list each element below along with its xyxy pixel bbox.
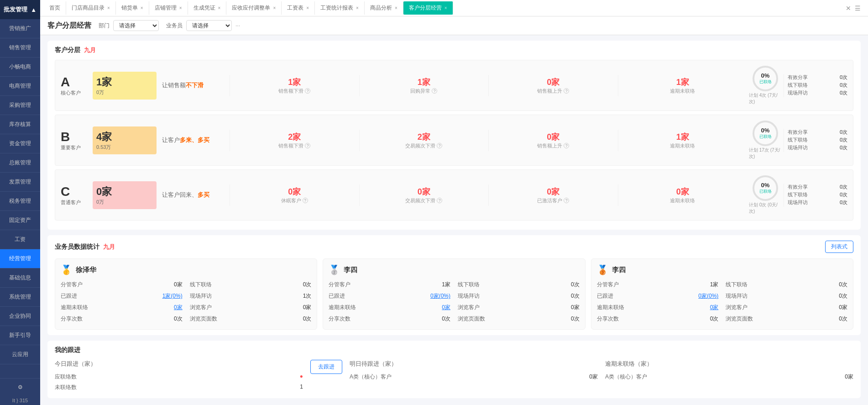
dept-select[interactable]: 请选择 — [113, 20, 159, 31]
sidebar-item-营销推广[interactable]: 营销推广 — [0, 19, 40, 38]
tab-客户分层经营[interactable]: 客户分层经营× — [403, 1, 453, 15]
sidebar-item-云应用[interactable]: 云应用 — [0, 345, 40, 364]
tab-close-工资表[interactable]: × — [306, 5, 309, 11]
staff-stat-row-2-7: 浏览页面数 0次 — [726, 314, 847, 324]
sidebar-item-工资[interactable]: 工资 — [0, 230, 40, 249]
tier-metric4-num-a: 1家 — [622, 77, 744, 88]
circle-plan-c: 计划 0次 (0天/次) — [749, 202, 782, 215]
sidebar-item-固定资产[interactable]: 固定资产 — [0, 211, 40, 230]
tab-menu-icon[interactable]: ☰ — [855, 5, 861, 12]
tab-close-销货单[interactable]: × — [141, 5, 143, 11]
circle-label-a: 已联络 — [759, 79, 772, 85]
right-stat-val-0-a: 0次 — [840, 74, 847, 81]
tab-close-应收应付调整单[interactable]: × — [273, 5, 276, 11]
staff-stat-label-1-2: 已跟进 — [329, 292, 345, 300]
tier-rows: A 核心客户 1家 0万 让销售额不下滑 1家 销售额下滑 ? 1家 回购异常 … — [55, 60, 853, 221]
tab-工资统计报表[interactable]: 工资统计报表× — [315, 1, 365, 15]
right-stat-label-0-b: 有效分享 — [788, 129, 808, 136]
tier-metric2-a[interactable]: 1家 回购异常 ? — [359, 75, 489, 96]
staff-stat-label-1-0: 分管客户 — [329, 281, 350, 289]
staff-stat-val-1-5: 0家 — [571, 304, 580, 311]
tier-metric1-c[interactable]: 0家 休眠客户 ? — [230, 184, 359, 206]
tab-close-生成凭证[interactable]: × — [218, 5, 221, 11]
staff-stat-val-1-2[interactable]: 0家(0%) — [430, 292, 450, 300]
staff-stat-val-0-2[interactable]: 1家(0%) — [162, 292, 183, 300]
sidebar-item-库存核算[interactable]: 库存核算 — [0, 115, 40, 134]
staff-medal-1: 🥈 — [329, 264, 340, 275]
sidebar-item-发票管理[interactable]: 发票管理 — [0, 173, 40, 192]
right-stat-label-0-a: 有效分享 — [788, 74, 808, 81]
tier-label-b: B 重要客户 — [61, 130, 93, 151]
tier-count-c: 0家 0万 — [93, 181, 157, 209]
info-icon-m1-c: ? — [303, 198, 308, 203]
tab-生成凭证[interactable]: 生成凭证× — [188, 1, 227, 15]
overdue-val-1: 0家 — [845, 373, 853, 381]
tab-应收应付调整单[interactable]: 应收应付调整单× — [226, 1, 282, 15]
staff-stat-val-2-2[interactable]: 0家(0%) — [698, 292, 718, 300]
list-view-button[interactable]: 列表式 — [825, 241, 853, 253]
tier-metric4-a[interactable]: 1家 逾期未联络 — [618, 75, 748, 96]
tier-metric3-a[interactable]: 0家 销售额上升 ? — [488, 75, 618, 96]
staff-stat-val-0-4[interactable]: 0家 — [174, 304, 183, 311]
sidebar-item-资金管理[interactable]: 资金管理 — [0, 134, 40, 153]
tier-metric1-a[interactable]: 1家 销售额下滑 ? — [230, 75, 359, 96]
tab-店铺管理[interactable]: 店铺管理× — [149, 1, 188, 15]
tab-close-门店商品目录[interactable]: × — [107, 5, 110, 11]
tab-close-all-icon[interactable]: ✕ — [846, 5, 851, 12]
tier-metric1-b[interactable]: 2家 销售额下滑 ? — [230, 130, 359, 151]
sidebar-header[interactable]: 批发管理 ▲ — [0, 0, 40, 19]
sidebar-item-基础信息[interactable]: 基础信息 — [0, 268, 40, 288]
tier-metric2-label-c: 交易频次下滑 ? — [363, 197, 485, 204]
sidebar-item-销售管理[interactable]: 销售管理 — [0, 38, 40, 58]
sales-select[interactable]: 请选择 — [186, 20, 232, 31]
tab-商品分析[interactable]: 商品分析× — [365, 1, 403, 15]
sidebar-item-采购管理[interactable]: 采购管理 — [0, 96, 40, 115]
info-icon-m3-c: ? — [564, 198, 569, 203]
sidebar-settings[interactable]: ⚙ — [0, 378, 40, 396]
tab-close-工资统计报表[interactable]: × — [356, 5, 359, 11]
tab-门店商品目录[interactable]: 门店商品目录× — [66, 1, 116, 15]
staff-stat-val-1-4[interactable]: 0家 — [442, 304, 450, 311]
goto-followup-button[interactable]: 去跟进 — [310, 360, 342, 374]
staff-stat-val-1-1: 0次 — [571, 281, 580, 289]
tab-销货单[interactable]: 销货单× — [116, 1, 149, 15]
tab-工资表[interactable]: 工资表× — [282, 1, 315, 15]
staff-stat-row-1-4: 逾期未联络 0家 — [329, 303, 450, 312]
today-label-1: 应联络数 — [55, 373, 77, 381]
dept-filter: 部门 请选择 — [99, 20, 159, 31]
sidebar-item-小畅电商[interactable]: 小畅电商 — [0, 58, 40, 77]
sidebar-item-总账管理[interactable]: 总账管理 — [0, 153, 40, 173]
tab-bar-actions: ✕ ☰ — [842, 5, 864, 12]
tier-metric2-c[interactable]: 0家 交易频次下滑 ? — [359, 184, 489, 206]
tier-name-c: 普通客户 — [61, 200, 81, 205]
tier-metric2-b[interactable]: 2家 交易频次下滑 ? — [359, 130, 489, 151]
right-stat-row-0-b: 有效分享 0次 — [788, 129, 847, 136]
sidebar-item-税务管理[interactable]: 税务管理 — [0, 192, 40, 211]
sidebar-item-企业协同[interactable]: 企业协同 — [0, 307, 40, 326]
right-stat-label-2-c: 现场拜访 — [788, 199, 808, 206]
tier-label-c: C 普通客户 — [61, 184, 93, 206]
staff-stat-val-2-4[interactable]: 0家 — [710, 304, 719, 311]
tier-count-content-a: 1家 0万 — [96, 75, 153, 96]
tab-close-商品分析[interactable]: × — [395, 5, 397, 11]
tab-close-店铺管理[interactable]: × — [179, 5, 182, 11]
tier-metric3-label-a: 销售额上升 ? — [492, 88, 614, 95]
staff-name-2: 李四 — [612, 266, 626, 274]
sidebar-item-新手引导[interactable]: 新手引导 — [0, 326, 40, 345]
sidebar-item-经营管理[interactable]: 经营管理 — [0, 249, 40, 268]
right-stat-row-1-b: 线下联络 0次 — [788, 137, 847, 143]
tier-metric3-b[interactable]: 0家 销售额上升 ? — [488, 130, 618, 151]
tier-metric4-b[interactable]: 1家 逾期未联络 — [618, 130, 748, 151]
sidebar-item-系统管理[interactable]: 系统管理 — [0, 288, 40, 307]
circle-b: 0% 已联络 — [753, 121, 778, 146]
tier-metric4-c[interactable]: 0家 逾期未联络 — [618, 184, 748, 206]
circle-pct-c: 0% — [761, 182, 770, 189]
tier-slogan-c: 让客户回来、多买 — [157, 191, 230, 199]
tier-metric3-c[interactable]: 0家 已激活客户 ? — [488, 184, 618, 206]
more-filter-icon[interactable]: ··· — [235, 22, 240, 29]
tab-close-客户分层经营[interactable]: × — [444, 5, 447, 11]
tab-首页[interactable]: 首页 — [44, 1, 66, 15]
sidebar-item-电商管理[interactable]: 电商管理 — [0, 77, 40, 96]
page-title: 客户分层经营 — [47, 21, 91, 31]
staff-stat-val-1-0: 1家 — [442, 281, 450, 289]
